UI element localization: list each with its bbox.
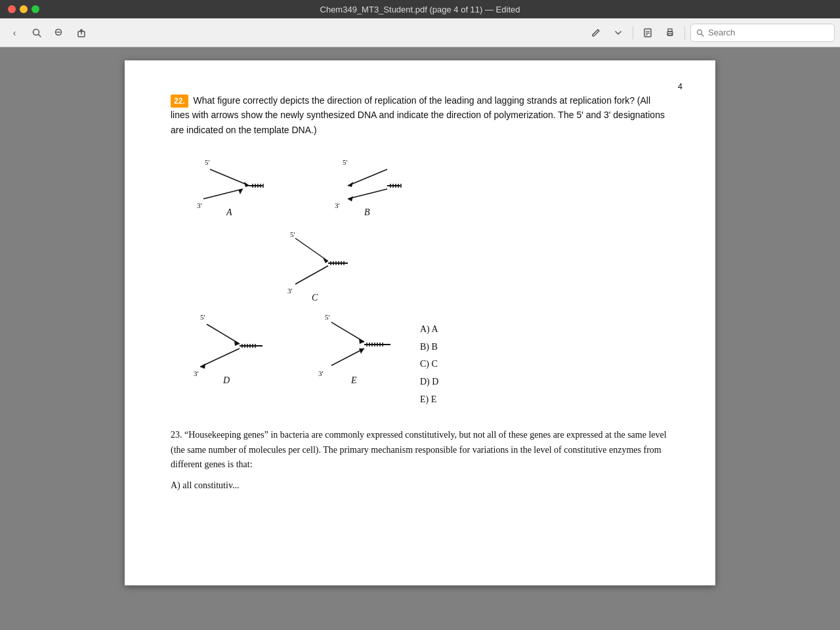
svg-marker-30 [348,182,353,187]
answers-block: A) A B) B C) C D) D E) E [420,321,438,408]
svg-text:3': 3' [335,201,340,209]
page-icon [643,28,652,37]
svg-text:B: B [364,207,370,217]
svg-marker-38 [348,196,353,201]
svg-text:C: C [312,293,318,303]
diagram-de-container: 5' 3' [190,308,407,390]
toolbar: ‹ [0,18,840,47]
titlebar: Chem349_MT3_Student.pdf (page 4 of 11) —… [0,0,840,18]
diagram-c-svg: 5' 3' C [276,225,361,304]
svg-text:A: A [226,207,232,217]
answer-c: C) C [420,356,438,373]
search-icon [32,28,41,37]
document-area: 4 22. What figure correctly depicts the … [0,47,840,630]
svg-line-42 [295,238,328,261]
search-box[interactable] [690,24,835,42]
svg-marker-17 [244,182,249,187]
pencil-icon [591,28,600,37]
svg-text:5': 5' [343,158,348,166]
question-23-number: 23. [171,430,182,440]
toolbar-separator [633,26,633,39]
window-controls [8,5,39,13]
question-22-number: 22. [171,94,188,108]
diagram-b-svg: 5' 3' B [328,153,413,225]
diagram-a: 5' 3' A [190,153,276,225]
svg-line-14 [702,34,704,36]
minimize-button[interactable] [20,5,28,13]
svg-text:5': 5' [290,230,295,238]
print-button[interactable] [661,24,679,42]
svg-text:3': 3' [197,201,202,209]
search-input[interactable] [708,28,829,37]
close-button[interactable] [8,5,16,13]
svg-line-79 [331,348,364,366]
diagram-row-ab: 5' 3' A [190,153,669,225]
page-number: 4 [678,80,682,93]
chevron-down-icon [615,31,621,35]
svg-line-24 [203,189,243,199]
svg-line-29 [348,169,387,186]
svg-text:5': 5' [205,158,210,166]
share-icon [77,28,86,37]
question-22-text: 22. What figure correctly depicts the di… [171,93,669,137]
question-22-body: What figure correctly depicts the direct… [171,95,665,135]
svg-point-13 [698,30,702,34]
svg-text:D: D [222,375,230,385]
svg-line-37 [348,189,387,199]
svg-text:3': 3' [194,369,199,377]
maximize-button[interactable] [32,5,39,13]
toolbar-left: ‹ [5,24,91,42]
svg-line-16 [210,169,249,186]
zoom-out-button[interactable] [50,24,68,42]
question-23-text: 23. “Housekeeping genes” in bacteria are… [171,428,669,472]
svg-text:5': 5' [200,313,205,321]
svg-text:5': 5' [325,313,330,321]
back-button[interactable]: ‹ [5,24,24,42]
answer-a: A) A [420,321,438,339]
svg-rect-12 [668,33,672,35]
diagram-b: 5' 3' B [328,153,413,225]
svg-text:3': 3' [318,369,324,377]
printer-icon [665,28,675,37]
question-23: 23. “Housekeeping genes” in bacteria are… [171,428,669,492]
window-title: Chem349_MT3_Student.pdf (page 4 of 11) —… [320,5,520,14]
search-icon-toolbar [696,29,704,37]
answer-b: B) B [420,339,438,356]
answer-e: E) E [420,391,438,409]
search-button-left[interactable] [28,24,46,42]
svg-marker-25 [238,189,243,194]
toolbar-center [587,24,835,42]
svg-text:3': 3' [287,287,293,295]
svg-line-64 [200,348,240,367]
svg-line-1 [39,34,41,37]
page-button[interactable] [639,24,657,42]
diagram-d: 5' 3' [190,308,276,390]
diagram-e: 5' [315,308,407,390]
svg-rect-11 [668,29,672,32]
pdf-page: 4 22. What figure correctly depicts the … [125,60,715,585]
share-button[interactable] [72,24,91,42]
diagram-e-svg: 5' [315,308,407,387]
diagram-d-svg: 5' 3' [190,308,276,387]
diagram-a-svg: 5' 3' A [190,153,276,225]
dropdown-button[interactable] [609,24,627,42]
question-22: 22. What figure correctly depicts the di… [171,93,669,137]
toolbar-separator-2 [684,26,685,39]
diagram-c-container: 5' 3' C [276,225,669,308]
answer-d: D) D [420,373,438,391]
question-23-body: “Housekeeping genes” in bacteria are com… [171,430,667,469]
svg-text:E: E [350,375,357,385]
annotate-button[interactable] [587,24,605,42]
svg-line-51 [295,266,328,284]
zoom-out-icon [54,28,64,37]
question-23-answer-a: A) all constitutiv... [171,478,669,492]
bottom-section: 5' 3' [171,308,669,408]
